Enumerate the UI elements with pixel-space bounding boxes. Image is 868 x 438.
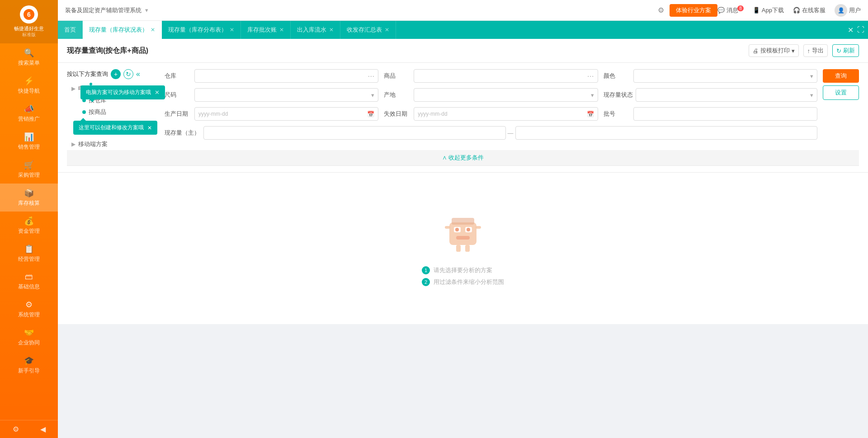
sidebar-settings-btn[interactable]: ⚙ bbox=[13, 425, 19, 433]
filter-field-goods: 商品 ··· bbox=[384, 69, 598, 83]
sidebar-item-label: 库存核算 bbox=[18, 199, 40, 207]
sidebar-bottom: ⚙ ◀ bbox=[0, 420, 58, 438]
tab-summary[interactable]: 收发存汇总表 ✕ bbox=[340, 21, 396, 39]
prod-date-input[interactable]: yyyy-mm-dd 📅 bbox=[194, 107, 378, 121]
scheme-group-mobile[interactable]: ▶ 移动端方案 bbox=[71, 138, 157, 150]
svg-rect-11 bbox=[465, 245, 470, 252]
tab-inventory-dist[interactable]: 现存量（库存分布表） ✕ bbox=[162, 21, 241, 39]
app-download-label: App下载 bbox=[762, 6, 784, 14]
app-name: 畅捷通好生意 bbox=[14, 25, 44, 32]
tab-inventory-dist-label: 现存量（库存分布表） bbox=[168, 26, 227, 34]
refresh-label: 刷新 bbox=[843, 47, 855, 55]
header-settings-icon[interactable]: ⚙ bbox=[658, 6, 664, 14]
marketing-icon: 📣 bbox=[24, 104, 34, 114]
prod-date-placeholder: yyyy-mm-dd bbox=[198, 111, 228, 117]
sidebar-item-management[interactable]: 📋 经营管理 bbox=[0, 240, 58, 268]
collapse-text: 收起更多条件 bbox=[448, 154, 484, 161]
tab-close-icon[interactable]: ✕ bbox=[385, 27, 389, 33]
online-service-btn[interactable]: 🎧 在线客服 bbox=[793, 6, 826, 14]
close-all-icon[interactable]: ✕ bbox=[848, 26, 854, 34]
batch-input[interactable] bbox=[633, 107, 817, 121]
tab-close-icon[interactable]: ✕ bbox=[151, 27, 155, 33]
scheme-arrow-icon: ▶ bbox=[71, 141, 75, 147]
app-download-btn[interactable]: 📱 App下载 bbox=[753, 6, 784, 14]
calendar-icon: 📅 bbox=[587, 111, 594, 118]
scheme-panel: 按以下方案查询 + ↻ « 电脑方案可设为移动方案哦 ✕ bbox=[67, 69, 157, 150]
add-scheme-btn[interactable]: + bbox=[111, 69, 121, 79]
back-btn[interactable]: « bbox=[136, 70, 140, 78]
tooltip2: 这里可以创建和修改方案哦 ✕ bbox=[73, 121, 157, 135]
sidebar-item-enterprise[interactable]: 🤝 企业协同 bbox=[0, 323, 58, 351]
scheme-item-goods[interactable]: 按商品 bbox=[82, 106, 157, 118]
filter-section: 按以下方案查询 + ↻ « 电脑方案可设为移动方案哦 ✕ bbox=[58, 63, 868, 173]
tab-flow[interactable]: 出入库流水 ✕ bbox=[291, 21, 340, 39]
sidebar-item-marketing[interactable]: 📣 营销推广 bbox=[0, 99, 58, 127]
svg-text:6: 6 bbox=[27, 11, 31, 18]
refresh-scheme-btn[interactable]: ↻ bbox=[123, 69, 133, 79]
filter-field-color: 颜色 ▾ bbox=[604, 69, 817, 83]
reset-btn[interactable]: 设置 bbox=[823, 85, 859, 100]
finance-icon: 💰 bbox=[24, 216, 34, 226]
message-btn[interactable]: 💬 消息 8 bbox=[717, 6, 744, 14]
field-label-expiry-date: 失效日期 bbox=[384, 110, 411, 118]
trial-button[interactable]: 体验行业方案 bbox=[670, 4, 717, 17]
sidebar-item-sales[interactable]: 📊 销售管理 bbox=[0, 127, 58, 155]
tab-flow-label: 出入库流水 bbox=[297, 26, 326, 34]
export-btn[interactable]: ↑ 导出 bbox=[803, 44, 828, 57]
color-select[interactable]: ▾ bbox=[633, 69, 817, 83]
fullscreen-icon[interactable]: ⛶ bbox=[857, 26, 864, 34]
tab-batch-label: 库存批次账 bbox=[247, 26, 277, 34]
tab-batch[interactable]: 库存批次账 ✕ bbox=[241, 21, 291, 39]
filter-field-origin: 产地 ▾ bbox=[384, 88, 598, 102]
tab-inventory-status[interactable]: 现存量（库存状况表） ✕ bbox=[83, 21, 162, 39]
field-label-warehouse: 仓库 bbox=[165, 72, 192, 80]
sidebar-item-system[interactable]: ⚙ 系统管理 bbox=[0, 295, 58, 323]
qty-max-input[interactable] bbox=[515, 126, 818, 140]
filter-fields-area: 仓库 ··· 商品 ··· bbox=[165, 69, 859, 145]
tab-home[interactable]: 首页 bbox=[58, 21, 83, 39]
sidebar-collapse-btn[interactable]: ◀ bbox=[40, 425, 46, 433]
svg-point-6 bbox=[467, 228, 470, 231]
sidebar-item-finance[interactable]: 💰 资金管理 bbox=[0, 212, 58, 240]
sidebar-item-guide[interactable]: 🎓 新手引导 bbox=[0, 351, 58, 379]
sidebar-item-label: 企业协同 bbox=[18, 339, 40, 347]
refresh-icon: ↻ bbox=[836, 47, 841, 54]
search-btn[interactable]: 查询 bbox=[823, 69, 859, 83]
inv-status-select[interactable]: ▾ bbox=[636, 88, 817, 102]
print-btn[interactable]: 🖨 按模板打印 ▾ bbox=[749, 44, 799, 57]
size-select[interactable]: ▾ bbox=[194, 88, 378, 102]
sidebar-item-quick[interactable]: ⚡ 快捷导航 bbox=[0, 71, 58, 99]
sidebar-item-label: 经营管理 bbox=[18, 255, 40, 263]
select-arrow-icon: ▾ bbox=[591, 92, 594, 99]
goods-select[interactable]: ··· bbox=[414, 69, 598, 83]
sidebar-item-label: 基础信息 bbox=[18, 283, 40, 291]
svg-point-5 bbox=[455, 228, 459, 231]
tab-close-icon[interactable]: ✕ bbox=[279, 27, 284, 33]
sidebar-nav: 🔍 搜索菜单 ⚡ 快捷导航 📣 营销推广 📊 销售管理 🛒 采购管理 📦 库存核… bbox=[0, 43, 58, 420]
sidebar-item-basic[interactable]: 🗃 基础信息 bbox=[0, 268, 58, 295]
user-label: 用户 bbox=[849, 6, 861, 14]
collapse-bar[interactable]: ∧ 收起更多条件 bbox=[67, 150, 859, 166]
refresh-btn[interactable]: ↻ 刷新 bbox=[832, 44, 859, 57]
tab-close-icon[interactable]: ✕ bbox=[329, 27, 334, 33]
sidebar-item-search[interactable]: 🔍 搜索菜单 bbox=[0, 43, 58, 71]
expiry-date-input[interactable]: yyyy-mm-dd 📅 bbox=[414, 107, 598, 121]
tooltip2-close[interactable]: ✕ bbox=[147, 125, 152, 131]
app-badge: 标准版 bbox=[22, 32, 36, 38]
sidebar-logo: 6 畅捷通好生意 标准版 bbox=[0, 0, 58, 43]
empty-step1: 1 请先选择要分析的方案 bbox=[422, 264, 504, 276]
tab-close-icon[interactable]: ✕ bbox=[230, 27, 234, 33]
origin-select[interactable]: ▾ bbox=[414, 88, 598, 102]
scheme-group-label: 移动端方案 bbox=[78, 140, 108, 148]
user-area[interactable]: 👤 用户 bbox=[835, 4, 861, 17]
sidebar-item-purchase[interactable]: 🛒 采购管理 bbox=[0, 155, 58, 184]
filter-row-1: 仓库 ··· 商品 ··· bbox=[165, 69, 817, 83]
field-label-color: 颜色 bbox=[604, 72, 631, 80]
sidebar-item-inventory[interactable]: 📦 库存核算 bbox=[0, 184, 58, 212]
tooltip1: 电脑方案可设为移动方案哦 ✕ bbox=[80, 85, 165, 99]
warehouse-select[interactable]: ··· bbox=[194, 69, 378, 83]
qty-min-input[interactable] bbox=[203, 126, 506, 140]
basic-icon: 🗃 bbox=[25, 272, 33, 282]
svg-rect-12 bbox=[452, 218, 474, 225]
tooltip1-close[interactable]: ✕ bbox=[155, 89, 160, 96]
